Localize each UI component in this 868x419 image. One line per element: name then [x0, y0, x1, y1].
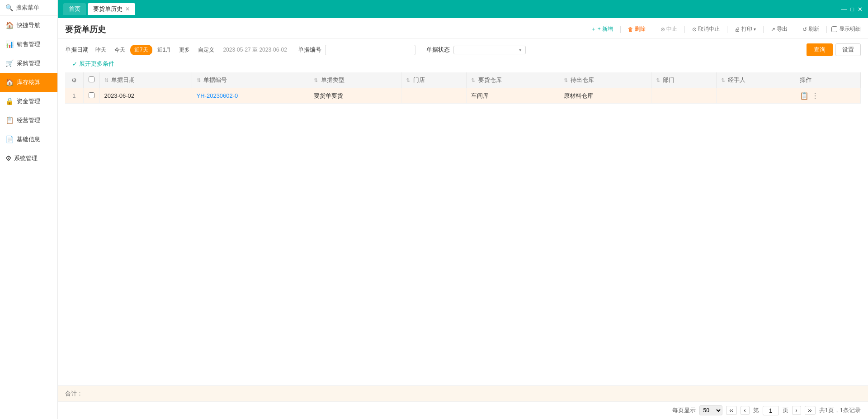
topbar: 首页 要货单历史 ✕ — □ ✕ — [58, 0, 868, 18]
basic-info-icon: 📄 — [5, 135, 14, 143]
export-label: 导出 — [777, 25, 788, 33]
sidebar-item-system[interactable]: ⚙ 系统管理 — [0, 149, 57, 168]
sidebar-item-label: 库存核算 — [17, 78, 40, 86]
order-no-link[interactable]: YH-20230602-0 — [197, 92, 238, 99]
sidebar-item-inventory[interactable]: 🏠 库存核算 — [0, 73, 57, 92]
tab-requisition-history[interactable]: 要货单历史 ✕ — [88, 3, 135, 15]
date-btn-yesterday[interactable]: 昨天 — [92, 45, 109, 55]
sidebar-search[interactable]: 🔍 搜索菜单 — [0, 0, 57, 16]
search-icon: 🔍 — [5, 4, 13, 11]
order-no-label: 单据编号 — [298, 46, 321, 54]
delete-label: 删除 — [635, 25, 646, 33]
add-icon: ＋ — [591, 25, 596, 33]
toolbar: ＋ + 新增 🗑 删除 ⊗ 中止 ⊙ 取消中止 — [588, 24, 861, 35]
delete-button[interactable]: 🗑 删除 — [625, 24, 648, 35]
cancel-stop-button[interactable]: ⊙ 取消中止 — [689, 24, 722, 35]
sidebar-item-label: 采购管理 — [17, 59, 40, 67]
col-date[interactable]: 单据日期 — [99, 72, 192, 88]
filter-section: 单据日期 昨天 今天 近7天 近1月 更多 自定义 2023-05-27 至 2… — [58, 39, 868, 72]
sidebar-item-quick-nav[interactable]: 🏠 快捷导航 — [0, 16, 57, 35]
col-order-type[interactable]: 单据类型 — [309, 72, 401, 88]
date-btn-today[interactable]: 今天 — [111, 45, 128, 55]
print-button[interactable]: 🖨 打印 ▾ — [732, 24, 759, 35]
page-suffix-label: 页 — [783, 406, 788, 414]
separator4 — [727, 26, 727, 33]
more-icon[interactable]: ⋮ — [811, 91, 819, 100]
stop-button[interactable]: ⊗ 中止 — [658, 24, 680, 35]
last-page-button[interactable]: ›› — [805, 406, 816, 415]
col-checkbox[interactable] — [83, 72, 99, 88]
sidebar-item-operations[interactable]: 📋 经营管理 — [0, 111, 57, 130]
finance-icon: 🔒 — [5, 97, 14, 105]
tab-close-icon[interactable]: ✕ — [125, 6, 130, 12]
maximize-button[interactable]: □ — [850, 6, 854, 13]
row-actions: 📋 ⋮ — [800, 91, 856, 100]
sidebar-item-label: 系统管理 — [14, 154, 38, 162]
col-department[interactable]: 部门 — [651, 72, 716, 88]
add-button[interactable]: ＋ + 新增 — [588, 24, 616, 35]
date-range-display: 2023-05-27 至 2023-06-02 — [223, 46, 287, 54]
sidebar-item-label: 资金管理 — [17, 97, 40, 105]
sidebar-item-finance[interactable]: 🔒 资金管理 — [0, 92, 57, 111]
order-no-input[interactable] — [325, 45, 415, 55]
col-date-label: 单据日期 — [111, 76, 135, 83]
refresh-button[interactable]: ↺ 刷新 — [800, 24, 822, 35]
status-select[interactable]: ▾ — [453, 46, 526, 54]
query-button[interactable]: 查询 — [807, 43, 833, 56]
cell-checkbox[interactable] — [83, 88, 99, 104]
date-btn-custom[interactable]: 自定义 — [195, 45, 217, 55]
col-pending-warehouse[interactable]: 待出仓库 — [559, 72, 651, 88]
print-label: 打印 — [741, 25, 752, 33]
sidebar-item-basic-info[interactable]: 📄 基础信息 — [0, 130, 57, 149]
cell-actions: 📋 ⋮ — [795, 88, 860, 104]
sidebar-item-purchase[interactable]: 🛒 采购管理 — [0, 54, 57, 73]
col-order-type-label: 单据类型 — [321, 76, 344, 83]
content-area: 要货单历史 ＋ + 新增 🗑 删除 ⊗ 中止 ⊙ — [58, 18, 868, 419]
expand-label: 展开更多条件 — [79, 60, 114, 68]
first-page-button[interactable]: ‹‹ — [726, 406, 737, 415]
cell-index: 1 — [65, 88, 83, 104]
date-btn-more[interactable]: 更多 — [176, 45, 193, 55]
separator2 — [653, 26, 653, 33]
separator3 — [684, 26, 685, 33]
page-number-input[interactable] — [763, 406, 779, 415]
date-btn-7days[interactable]: 近7天 — [130, 45, 152, 55]
cell-store — [401, 88, 467, 104]
minimize-button[interactable]: — — [841, 6, 847, 13]
date-btn-1month[interactable]: 近1月 — [154, 45, 175, 55]
prev-page-button[interactable]: ‹ — [741, 406, 750, 415]
setting-button[interactable]: 设置 — [835, 43, 861, 56]
col-req-warehouse[interactable]: 要货仓库 — [467, 72, 559, 88]
per-page-select[interactable]: 20 50 100 200 — [699, 405, 722, 415]
table-row: 1 2023-06-02 YH-20230602-0 要货单要货 车间库 原材料… — [65, 88, 861, 104]
cell-date: 2023-06-02 — [99, 88, 192, 104]
cell-order-no: YH-20230602-0 — [192, 88, 309, 104]
col-handler[interactable]: 经手人 — [716, 72, 795, 88]
tab-home[interactable]: 首页 — [63, 3, 86, 15]
table-body: 1 2023-06-02 YH-20230602-0 要货单要货 车间库 原材料… — [65, 88, 861, 104]
col-order-no[interactable]: 单据编号 — [192, 72, 309, 88]
col-store[interactable]: 门店 — [401, 72, 467, 88]
col-department-label: 部门 — [663, 76, 675, 83]
col-order-no-label: 单据编号 — [203, 76, 227, 83]
col-handler-label: 经手人 — [728, 76, 745, 83]
pagination: 每页显示 20 50 100 200 ‹‹ ‹ 第 页 › ›› 共1页，1条记… — [58, 401, 868, 419]
export-button[interactable]: ↗ 导出 — [768, 24, 790, 35]
display-cell-checkbox[interactable] — [831, 26, 837, 32]
edit-icon[interactable]: 📋 — [800, 91, 809, 100]
col-settings[interactable]: ⚙ — [65, 72, 83, 88]
select-all-checkbox[interactable] — [89, 76, 94, 82]
separator — [620, 26, 621, 33]
next-page-button[interactable]: › — [792, 406, 801, 415]
cell-handler — [716, 88, 795, 104]
per-page-label: 每页显示 — [672, 406, 696, 414]
sidebar-item-sales[interactable]: 📊 销售管理 — [0, 35, 57, 54]
stop-label: 中止 — [666, 25, 677, 33]
table-header: ⚙ 单据日期 单据编号 单据类型 — [65, 72, 861, 88]
display-cell-toggle[interactable]: 显示明细 — [831, 25, 861, 33]
tab-requisition-label: 要货单历史 — [93, 5, 123, 13]
row-checkbox[interactable] — [89, 92, 94, 98]
close-button[interactable]: ✕ — [858, 6, 863, 13]
expand-more-btn[interactable]: ✓ 展开更多条件 — [72, 60, 854, 68]
inventory-icon: 🏠 — [5, 78, 14, 86]
